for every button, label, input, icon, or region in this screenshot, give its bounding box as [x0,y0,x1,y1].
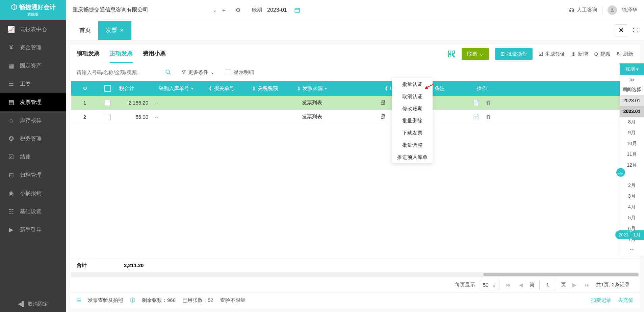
sidebar-item-archive[interactable]: ⊟归档管理 [0,166,66,184]
table-row[interactable]: 2 56.00 -- 发票列表 是 📄 🗑 [71,110,639,124]
recharge-link[interactable]: 去充值 [618,297,633,304]
gen-voucher-button[interactable]: ☑生成凭证 [539,51,565,57]
view-icon[interactable]: 📄 [473,114,480,120]
search-input[interactable] [77,69,162,75]
filter-icon: ▾ [325,86,327,91]
current-month[interactable]: 1月 [630,230,644,240]
next-page[interactable]: ▶ [571,282,578,288]
header-check-all[interactable] [98,85,117,92]
month-item[interactable]: 11月 [620,149,644,160]
row-checkbox[interactable] [98,100,117,106]
get-ticket-button[interactable]: 取票⌄ [462,48,489,60]
invoice-icon: ▤ [7,98,15,106]
month-item[interactable]: 3月 [620,191,644,202]
search-icon[interactable] [165,69,171,75]
more-conditions[interactable]: 更多条件 ⌄ [181,69,215,76]
month-item[interactable]: 9月 [620,127,644,138]
dd-download[interactable]: 下载发票 [392,127,433,139]
month-item[interactable]: 5月 [620,212,644,223]
row-checkbox[interactable] [98,114,117,120]
avatar[interactable] [608,5,617,15]
unpin-button[interactable]: ◀▌取消固定 [0,296,66,312]
page-size-select[interactable]: 50⌄ [480,280,499,290]
gear-icon[interactable]: ⚙ [233,5,243,15]
view-icon[interactable]: 📄 [473,100,480,106]
dd-push-stock[interactable]: 推进项入库单 [392,151,433,163]
sidebar-item-closing[interactable]: ☑结账 [0,148,66,166]
consult-link[interactable]: 人工咨询 [569,7,597,13]
info-icon[interactable]: ⓘ [130,297,135,304]
company-selector[interactable]: 重庆畅捷交通信息咨询有限公司 ⌄ [73,6,217,13]
sidebar-item-funds[interactable]: ¥资金管理 [0,38,66,57]
header-tariff-tax[interactable]: ▲▼关税税额 [243,85,287,92]
month-item[interactable]: 10月 [620,138,644,149]
add-button[interactable]: ⊕新增 [571,51,588,57]
header-tax-total[interactable]: 税合计 [117,85,152,92]
page-input[interactable] [539,280,556,290]
svg-rect-5 [452,55,453,56]
dd-change-period[interactable]: 修改账期 [392,103,433,115]
table-row[interactable]: 1 2,155.20 -- 发票列表 是 📄 🗑 [71,96,639,110]
sort-icon: ▲▼ [297,86,301,91]
period-title: 期间选择 [620,84,644,95]
sidebar-item-invoice[interactable]: ▤发票管理 [0,93,66,111]
search-input-wrap [77,69,171,75]
fullscreen-icon[interactable]: ⛶ [630,27,641,33]
collapse-icon[interactable]: ≫ [620,75,644,84]
calendar-icon[interactable] [292,5,302,15]
sidebar-item-stock[interactable]: ⌂库存核算 [0,111,66,130]
plus-icon: ⊕ [571,51,576,57]
user-name[interactable]: 徐泽华 [622,7,637,13]
batch-icon: ⊞ [500,51,505,57]
checkbox[interactable] [225,69,231,75]
add-icon[interactable]: ＋ [219,5,229,15]
prev-page[interactable]: ◀ [517,282,525,288]
year-item[interactable]: 2023.01 [620,95,644,106]
subtab-expense[interactable]: 费用小票 [143,45,166,63]
month-item[interactable]: 8月 [620,117,644,127]
sidebar-item-tax[interactable]: ✪税务管理 [0,130,66,148]
close-all-button[interactable]: ✕ [615,24,627,36]
sidebar-item-settings[interactable]: ☷基础设置 [0,202,66,221]
delete-icon[interactable]: 🗑 [486,114,491,120]
header-customs-no[interactable]: ▲▼报关单号 [200,85,243,92]
sidebar-item-report[interactable]: 📈云报表中心 [0,20,66,38]
tab-home[interactable]: 首页 [72,21,98,40]
month-item[interactable]: 4月 [620,202,644,212]
dd-batch-adjust[interactable]: 批量调整 [392,139,433,151]
chevron-down-icon: ⌄ [492,282,496,288]
tab-invoice[interactable]: 发票✕ [98,21,131,40]
header-invoice-source[interactable]: ▲▼发票来源▾ [287,85,337,92]
header-settings[interactable]: ⚙ [71,85,98,91]
qr-icon[interactable] [447,50,456,58]
header-purchase-no[interactable]: 采购入库单号▾ [152,85,200,92]
subtab-output[interactable]: 销项发票 [77,45,100,63]
show-detail-check[interactable]: 显示明细 [225,69,254,76]
month-item[interactable]: 2月 [620,180,644,191]
used-count: 已用张数：52 [182,297,213,304]
delete-icon[interactable]: 🗑 [486,100,491,106]
dd-cancel-verify[interactable]: 取消认证 [392,90,433,103]
last-page[interactable]: ⏭ [583,282,591,288]
sidebar-item-assets[interactable]: ▦固定资产 [0,57,66,75]
first-page[interactable]: ⏮ [504,282,513,288]
close-icon[interactable]: ✕ [120,28,124,33]
period-value[interactable]: 2023-01 [267,7,287,13]
dd-batch-verify[interactable]: 批量认证 [392,78,433,90]
sidebar-item-guide[interactable]: ▶新手引导 [0,221,66,239]
fee-log-link[interactable]: 扣费记录 [591,297,611,304]
refresh-button[interactable]: ↻刷新 [617,51,633,57]
company-name: 重庆畅捷交通信息咨询有限公司 [73,6,148,13]
video-button[interactable]: ⊙视频 [594,51,611,57]
sidebar-item-expense[interactable]: ◉小畅报销 [0,184,66,202]
tax-icon: ✪ [7,135,15,142]
batch-op-button[interactable]: ⊞批量操作 [495,48,533,60]
subtab-input[interactable]: 进项发票 [110,45,133,63]
scroll-top-icon[interactable]: ︽ [616,168,625,177]
dd-batch-delete[interactable]: 批量删除 [392,115,433,127]
period-button[interactable]: 账期▾ [620,63,644,75]
scroll-down-icon[interactable]: ﹀ [620,245,644,256]
year-item[interactable]: 2023.01 [620,106,644,117]
h-scrollbar[interactable] [71,272,639,277]
sidebar-item-salary[interactable]: ☰工资 [0,75,66,93]
